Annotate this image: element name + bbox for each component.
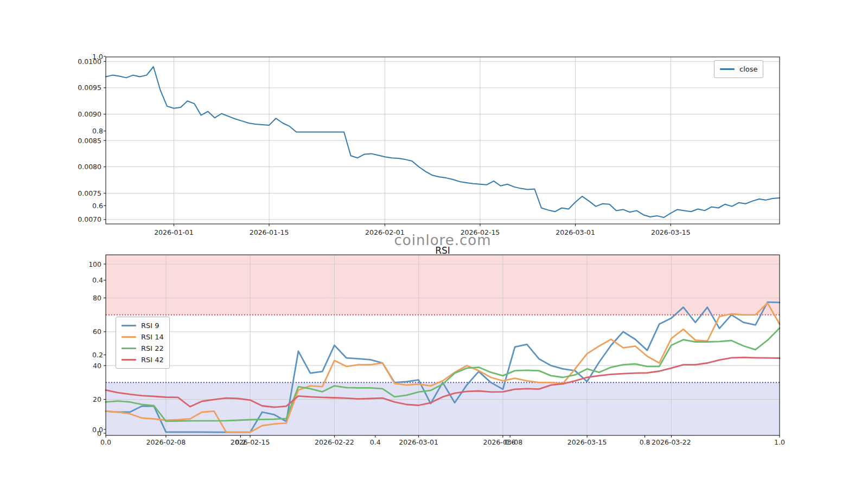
x-tick-label: 2026-03-15	[567, 438, 607, 446]
y-tick-label: 40	[93, 362, 101, 370]
overlay-y-tick-label: 0.6	[92, 202, 103, 210]
legend-item-close: close	[720, 63, 757, 75]
rsi9-line-swatch	[122, 325, 136, 326]
y-tick-label: 0.0080	[78, 163, 101, 171]
overlay-y-tick-label: 0.0	[92, 426, 103, 434]
y-tick-label: 0.0070	[78, 215, 101, 223]
x-tick-label: 2026-03-01	[556, 228, 595, 236]
legend-item-rsi42: RSI 42	[122, 354, 164, 365]
legend-item-rsi14: RSI 14	[122, 331, 164, 343]
chart-figure: 2026-01-012026-01-152026-02-012026-02-15…	[0, 0, 868, 488]
overlay-x-tick-label: 1.0	[774, 438, 785, 446]
overlay-x-tick-label: 0.8	[640, 438, 650, 446]
y-tick-label: 0.0095	[78, 84, 101, 92]
legend-label-rsi42: RSI 42	[141, 356, 164, 364]
close-line	[106, 67, 780, 217]
x-tick-label: 2026-02-08	[146, 438, 186, 446]
y-tick-label: 60	[93, 328, 101, 336]
close-legend: close	[714, 60, 763, 78]
y-tick-label: 0.0090	[78, 110, 101, 118]
overlay-x-tick-label: 0.0	[100, 438, 111, 446]
legend-item-rsi22: RSI 22	[122, 343, 164, 354]
x-tick-label: 2026-01-15	[250, 228, 289, 236]
legend-label-rsi14: RSI 14	[141, 333, 164, 341]
rsi14-line-swatch	[122, 336, 136, 338]
y-tick-label: 0.0075	[78, 189, 101, 197]
x-tick-label: 2026-02-01	[365, 228, 405, 236]
oversold-band	[106, 382, 780, 435]
legend-item-rsi9: RSI 9	[122, 320, 164, 331]
overlay-y-tick-label: 1.0	[92, 53, 103, 61]
x-tick-label: 2026-03-15	[651, 228, 691, 236]
legend-label-rsi22: RSI 22	[141, 344, 164, 352]
legend-label-rsi9: RSI 9	[141, 322, 159, 330]
y-tick-label: 0.0085	[78, 137, 101, 145]
overlay-x-tick-label: 0.2	[235, 438, 246, 446]
close-line-swatch	[720, 68, 735, 70]
x-tick-label: 2026-03-08	[483, 438, 523, 446]
x-tick-label: 2026-02-15	[461, 228, 500, 236]
overlay-y-tick-label: 0.2	[92, 351, 103, 359]
overlay-x-tick-label: 0.6	[505, 438, 515, 446]
x-tick-label: 2026-03-22	[652, 438, 691, 446]
y-tick-label: 100	[88, 260, 101, 268]
rsi22-line-swatch	[122, 348, 136, 349]
y-tick-label: 20	[93, 395, 101, 403]
y-tick-label: 80	[93, 294, 101, 302]
overlay-y-tick-label: 0.8	[92, 127, 103, 135]
x-tick-label: 2026-03-01	[399, 438, 438, 446]
legend-label-close: close	[739, 65, 757, 73]
rsi42-line-swatch	[122, 359, 136, 361]
rsi-legend: RSI 9 RSI 14 RSI 22 RSI 42	[116, 317, 170, 369]
x-tick-label: 2026-01-01	[154, 228, 194, 236]
overlay-x-tick-label: 0.4	[370, 438, 381, 446]
overlay-y-tick-label: 0.4	[92, 276, 103, 284]
x-tick-label: 2026-02-22	[315, 438, 354, 446]
